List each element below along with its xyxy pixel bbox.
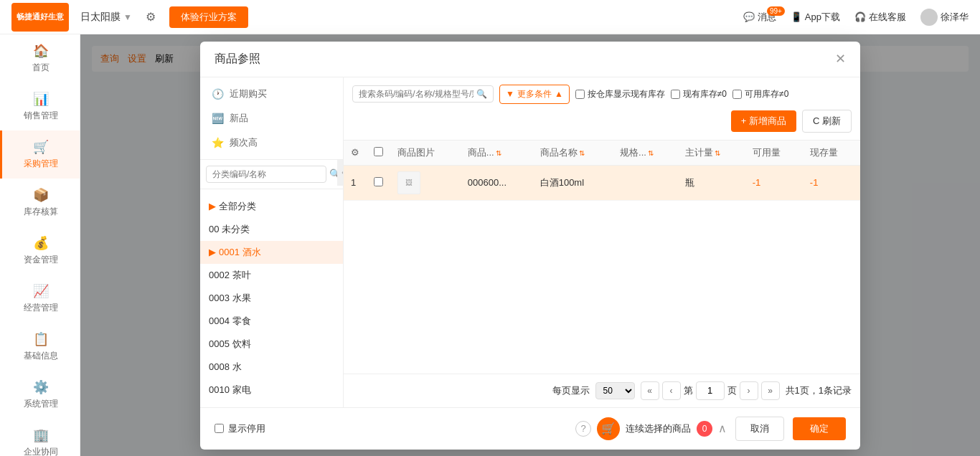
quick-recent[interactable]: 🕐 近期购买 — [206, 83, 337, 105]
category-item-all[interactable]: ▶ 全部分类 — [200, 195, 343, 218]
quick-frequent-label: 频次高 — [230, 136, 258, 149]
messages-btn[interactable]: 💬 消息 99+ — [743, 11, 776, 24]
category-item-uncategorized[interactable]: 00 未分类 — [200, 218, 343, 241]
more-filter-btn[interactable]: ▼ 更多条件 ▲ — [499, 85, 570, 104]
category-item-drink[interactable]: 0005 饮料 — [200, 333, 343, 356]
col-spec[interactable]: 规格...⇅ — [613, 141, 678, 166]
product-thumbnail: 🖼 — [397, 171, 420, 194]
search-icon: 🔍 — [476, 89, 487, 99]
sidebar-item-basic-info[interactable]: 📋 基础信息 — [0, 323, 80, 371]
cart-label: 连续选择的商品 — [626, 422, 691, 435]
cart-icon[interactable]: 🛒 — [597, 417, 620, 440]
modal-title: 商品参照 — [215, 52, 260, 67]
show-disabled-toggle[interactable]: 显示停用 — [215, 422, 265, 435]
purchase-icon: 🛒 — [33, 139, 49, 155]
row-image: 🖼 — [390, 165, 461, 200]
sidebar-item-label: 采购管理 — [24, 158, 58, 170]
close-icon[interactable]: ✕ — [835, 52, 846, 65]
col-name[interactable]: 商品名称⇅ — [533, 141, 613, 166]
navbar-right: 💬 消息 99+ 📱 App下载 🎧 在线客服 徐泽华 — [743, 9, 969, 26]
chevron-up-icon[interactable]: ∧ — [718, 422, 727, 435]
check-col-header[interactable] — [367, 141, 390, 166]
available-stock-checkbox[interactable] — [732, 90, 742, 99]
help-icon[interactable]: ? — [575, 421, 591, 437]
product-search-box[interactable]: 🔍 — [352, 85, 494, 103]
settings-icon[interactable]: ⚙ — [141, 7, 161, 27]
col-code[interactable]: 商品...⇅ — [461, 141, 533, 166]
filter-icon: ▼ — [506, 89, 514, 99]
page-last-btn[interactable]: » — [761, 381, 780, 400]
user-profile-btn[interactable]: 徐泽华 — [920, 9, 969, 26]
refresh-btn[interactable]: C 刷新 — [802, 110, 852, 133]
settings-col-header[interactable]: ⚙ — [344, 141, 367, 166]
cart-area: ? 🛒 连续选择的商品 0 ∧ — [575, 417, 727, 440]
row-check[interactable] — [367, 165, 390, 200]
category-item-tea[interactable]: 0002 茶叶 — [200, 264, 343, 287]
star-icon: ⭐ — [212, 137, 224, 148]
image-placeholder: 🖼 — [405, 179, 413, 186]
warehouse-stock-filter[interactable]: 按仓库显示现有库存 — [575, 88, 665, 100]
category-item-snack[interactable]: 0004 零食 — [200, 310, 343, 333]
category-search-input[interactable] — [206, 166, 326, 183]
sidebar-item-label: 销售管理 — [24, 110, 58, 122]
quick-recent-label: 近期购买 — [230, 87, 267, 100]
collapse-panel-icon[interactable]: « — [337, 160, 344, 186]
product-table-wrap: ⚙ 商品图片 商品...⇅ 商品名称⇅ 规格...⇅ 主计量⇅ 可用量 现存量 — [344, 141, 860, 374]
page-next-btn[interactable]: › — [740, 381, 758, 400]
enterprise-icon: 🏢 — [33, 427, 49, 443]
col-available: 可用量 — [745, 141, 803, 166]
product-search-input[interactable] — [359, 89, 473, 99]
add-product-btn[interactable]: + 新增商品 — [731, 110, 796, 132]
app-download-btn[interactable]: 📱 App下载 — [791, 11, 840, 24]
current-stock-checkbox[interactable] — [671, 90, 680, 99]
table-row[interactable]: 1 🖼 000600... 白酒100ml — [344, 165, 860, 200]
current-stock-filter[interactable]: 现有库存≠0 — [671, 88, 727, 100]
col-unit[interactable]: 主计量⇅ — [678, 141, 745, 166]
sidebar-item-inventory[interactable]: 📦 库存核算 — [0, 179, 80, 227]
modal-toolbar: 🔍 ▼ 更多条件 ▲ 按仓库显示现有库存 — [344, 77, 860, 141]
quick-frequent[interactable]: ⭐ 频次高 — [206, 132, 337, 153]
store-dropdown[interactable]: 日太阳膜 ▼ — [80, 11, 132, 24]
new-icon: 🆕 — [212, 113, 224, 124]
sidebar-item-purchase[interactable]: 🛒 采购管理 — [0, 130, 80, 179]
category-item-appliance[interactable]: 0010 家电 — [200, 379, 343, 402]
row-available: -1 — [745, 165, 803, 200]
quick-new[interactable]: 🆕 新品 — [206, 108, 337, 129]
table-header-row: ⚙ 商品图片 商品...⇅ 商品名称⇅ 规格...⇅ 主计量⇅ 可用量 现存量 — [344, 141, 860, 166]
page-first-btn[interactable]: « — [641, 381, 659, 400]
sidebar-item-system[interactable]: ⚙️ 系统管理 — [0, 371, 80, 419]
available-stock-filter[interactable]: 可用库存≠0 — [732, 88, 788, 100]
confirm-btn[interactable]: 确定 — [793, 417, 846, 440]
main-layout: 🏠 首页 📊 销售管理 🛒 采购管理 📦 库存核算 💰 资金管理 📈 经营管理 … — [0, 34, 980, 456]
category-item-alcohol[interactable]: ▶ 0001 酒水 — [200, 241, 343, 264]
page-input[interactable] — [696, 381, 725, 400]
modal-left-panel: 🕐 近期购买 🆕 新品 ⭐ 频次高 — [200, 77, 344, 407]
sidebar-item-sales[interactable]: 📊 销售管理 — [0, 82, 80, 130]
cancel-btn[interactable]: 取消 — [735, 417, 784, 441]
sidebar-item-home[interactable]: 🏠 首页 — [0, 34, 80, 82]
page-prev-btn[interactable]: ‹ — [662, 381, 681, 400]
sidebar-item-finance[interactable]: 💰 资金管理 — [0, 227, 80, 275]
pagination: 每页显示 10 20 50 100 « ‹ 第 — [344, 374, 860, 407]
sidebar-item-label: 库存核算 — [24, 206, 58, 218]
per-page-select[interactable]: 10 20 50 100 — [595, 382, 635, 399]
sidebar-item-label: 经营管理 — [24, 302, 58, 314]
sidebar-item-operation[interactable]: 📈 经营管理 — [0, 275, 80, 323]
page-prefix: 第 — [684, 384, 693, 397]
headset-icon: 🎧 — [854, 11, 866, 22]
experience-btn[interactable]: 体验行业方案 — [169, 6, 248, 28]
phone-icon: 📱 — [791, 11, 802, 22]
category-list: ▶ 全部分类 00 未分类 ▶ 0001 酒水 0002 茶 — [200, 189, 343, 407]
row-unit: 瓶 — [678, 165, 745, 200]
message-icon: 💬 — [743, 11, 755, 22]
row-checkbox[interactable] — [374, 177, 383, 186]
online-service-btn[interactable]: 🎧 在线客服 — [854, 11, 906, 24]
col-stock: 现存量 — [803, 141, 860, 166]
warehouse-stock-checkbox[interactable] — [575, 90, 585, 99]
category-item-fruit[interactable]: 0003 水果 — [200, 287, 343, 310]
select-all-checkbox[interactable] — [374, 147, 383, 156]
show-disabled-checkbox[interactable] — [215, 424, 224, 433]
modal-header: 商品参照 ✕ — [200, 42, 860, 77]
sidebar-item-enterprise[interactable]: 🏢 企业协同 — [0, 419, 80, 456]
category-item-water[interactable]: 0008 水 — [200, 356, 343, 379]
